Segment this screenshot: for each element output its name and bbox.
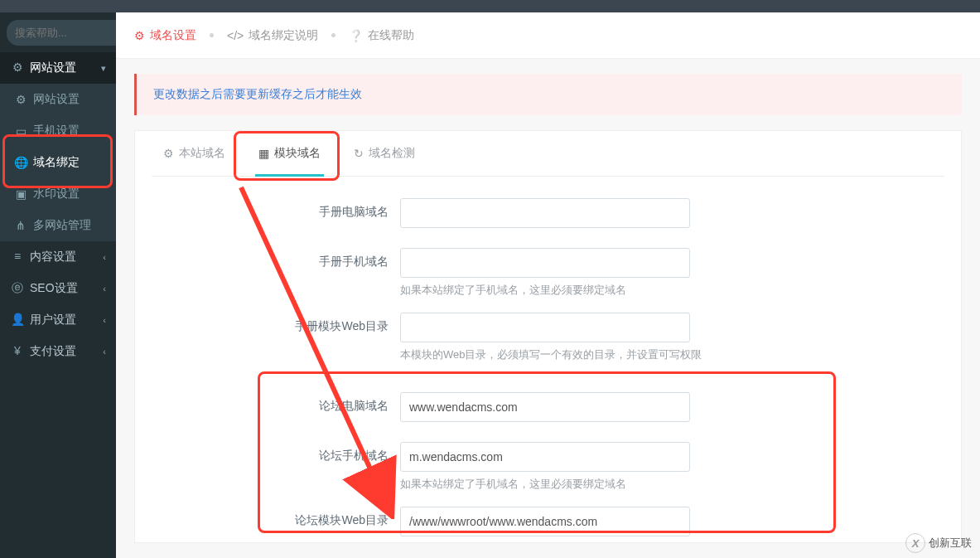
tab-module-domain[interactable]: ▦模块域名 [255, 131, 324, 176]
crumb-domain-help[interactable]: </>域名绑定说明 [227, 28, 318, 43]
sidebar-item-label: 域名绑定 [33, 155, 80, 170]
breadcrumb: ⚙域名设置 </>域名绑定说明 ❔在线帮助 [116, 12, 980, 59]
help-forum-dir: 本模块的Web目录，必须填写一个有效的目录，并设置可写权限 [400, 541, 944, 543]
grid-icon: ▦ [258, 147, 269, 160]
input-manual-pc-domain[interactable] [400, 198, 690, 228]
sidebar-item-site-settings[interactable]: ⚙网站设置 [0, 84, 116, 115]
globe-icon: 🌐 [13, 156, 28, 169]
gear-icon: ⚙ [134, 29, 145, 42]
sidebar-item-label: 手机设置 [33, 124, 80, 138]
input-manual-web-dir[interactable] [400, 313, 690, 342]
label-forum-mobile: 论坛手机域名 [152, 442, 400, 463]
sidebar-section-user[interactable]: 👤用户设置‹ [0, 304, 116, 336]
tabs: ⚙本站域名 ▦模块域名 ↻域名检测 [152, 131, 944, 177]
sidebar-item-label: SEO设置 [30, 281, 78, 294]
crumb-label: 域名绑定说明 [249, 28, 318, 43]
user-icon: 👤 [10, 313, 25, 326]
tab-label: 本站域名 [179, 146, 225, 161]
label-manual-dir: 手册模块Web目录 [152, 313, 400, 334]
help-forum-mobile: 如果本站绑定了手机域名，这里必须要绑定域名 [400, 477, 944, 492]
list-icon: ≡ [10, 250, 25, 263]
tab-label: 模块域名 [274, 146, 321, 161]
chevron-left-icon: ‹ [103, 284, 106, 294]
help-icon: ❔ [349, 29, 363, 42]
domain-form: 手册电脑域名 手册手机域名 如果本站绑定了手机域名，这里必须要绑定域名 手册模块… [152, 177, 944, 543]
gear-icon: ⚙ [163, 147, 174, 160]
sidebar-item-label: 网站设置 [33, 92, 80, 107]
chevron-down-icon: ▾ [101, 63, 106, 74]
sidebar-section-content[interactable]: ≡内容设置‹ [0, 241, 116, 273]
sidebar-root-site-settings[interactable]: ⚙网站设置 ▾ [0, 52, 116, 84]
gear-icon: ⚙ [13, 93, 28, 106]
crumb-label: 域名设置 [150, 28, 196, 43]
sidebar-item-label: 内容设置 [30, 250, 76, 263]
label-manual-mobile: 手册手机域名 [152, 248, 400, 269]
alert-cache-refresh: 更改数据之后需要更新缓存之后才能生效 [134, 74, 962, 115]
tab-domain-check[interactable]: ↻域名检测 [350, 131, 418, 176]
mobile-icon: ▭ [13, 124, 28, 138]
sidebar-item-label: 支付设置 [30, 344, 76, 357]
share-icon: ⋔ [13, 219, 28, 232]
tab-site-domain[interactable]: ⚙本站域名 [160, 131, 229, 176]
sidebar: ⚙网站设置 ▾ ⚙网站设置 ▭手机设置 🌐域名绑定 ▣水印设置 ⋔多网站管理 ≡… [0, 12, 116, 558]
brand-text: 创新互联 [929, 536, 972, 551]
refresh-icon: ↻ [354, 147, 364, 160]
label-forum-dir: 论坛模块Web目录 [152, 507, 400, 528]
code-icon: </> [227, 29, 244, 42]
crumb-sep [331, 33, 336, 37]
label-manual-pc: 手册电脑域名 [152, 198, 400, 220]
sidebar-item-label: 多网站管理 [33, 218, 91, 233]
crumb-online-help[interactable]: ❔在线帮助 [349, 28, 414, 43]
sidebar-section-pay[interactable]: ¥支付设置‹ [0, 336, 116, 367]
sidebar-item-label: 用户设置 [30, 313, 76, 326]
help-manual-mobile: 如果本站绑定了手机域名，这里必须要绑定域名 [400, 283, 944, 298]
settings-card: ⚙本站域名 ▦模块域名 ↻域名检测 手册电脑域名 手册手机域名 如果本站绑定了手… [134, 130, 962, 543]
yen-icon: ¥ [10, 344, 25, 357]
main-area: ⚙域名设置 </>域名绑定说明 ❔在线帮助 更改数据之后需要更新缓存之后才能生效… [116, 12, 980, 558]
sidebar-item-mobile-settings[interactable]: ▭手机设置 [0, 115, 116, 147]
sidebar-item-label: 水印设置 [33, 187, 80, 201]
label-forum-pc: 论坛电脑域名 [152, 392, 400, 414]
brand-icon: X [905, 533, 925, 553]
chevron-left-icon: ‹ [103, 252, 106, 262]
footer-brand: X 创新互联 [905, 533, 972, 553]
crumb-domain-settings[interactable]: ⚙域名设置 [134, 28, 196, 43]
tab-label: 域名检测 [369, 146, 415, 161]
top-nav-bar [0, 0, 980, 12]
sidebar-menu: ⚙网站设置 ▾ ⚙网站设置 ▭手机设置 🌐域名绑定 ▣水印设置 ⋔多网站管理 ≡… [0, 52, 116, 367]
sidebar-item-multisite[interactable]: ⋔多网站管理 [0, 210, 116, 241]
chevron-left-icon: ‹ [103, 347, 106, 357]
sidebar-item-watermark[interactable]: ▣水印设置 [0, 178, 116, 210]
alert-text: 更改数据之后需要更新缓存之后才能生效 [153, 87, 362, 100]
input-forum-mobile-domain[interactable] [400, 442, 690, 472]
input-forum-pc-domain[interactable] [400, 392, 690, 422]
input-manual-mobile-domain[interactable] [400, 248, 690, 278]
sidebar-search [0, 12, 116, 52]
crumb-label: 在线帮助 [368, 28, 414, 43]
chevron-left-icon: ‹ [103, 315, 106, 325]
crumb-sep [210, 33, 214, 37]
help-manual-dir: 本模块的Web目录，必须填写一个有效的目录，并设置可写权限 [400, 347, 944, 362]
gear-icon: ⚙ [10, 61, 25, 74]
sidebar-item-domain-binding[interactable]: 🌐域名绑定 [0, 147, 116, 178]
input-forum-web-dir[interactable] [400, 507, 690, 536]
image-icon: ▣ [13, 187, 28, 201]
sidebar-root-label: 网站设置 [30, 61, 76, 74]
sidebar-section-seo[interactable]: ⓔSEO设置‹ [0, 273, 116, 304]
ie-icon: ⓔ [10, 281, 25, 296]
